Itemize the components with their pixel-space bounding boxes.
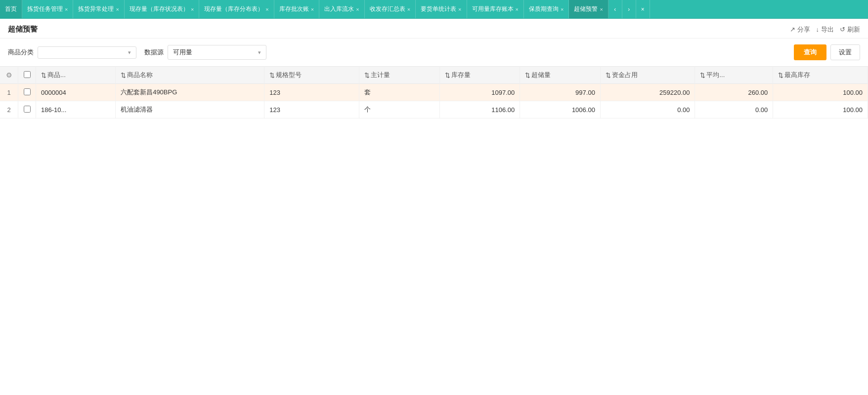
row-spec-0: 123: [264, 84, 359, 101]
gear-icon[interactable]: ⚙: [5, 71, 13, 79]
export-icon: ↓: [816, 26, 820, 33]
th-product-code-label: 商品...: [47, 71, 66, 79]
sort-spec-icon: ⇅: [269, 72, 275, 79]
row-spec-1: 123: [264, 101, 359, 118]
nav-exception-close[interactable]: ×: [116, 6, 119, 12]
table-row[interactable]: 2 186-10... 机油滤清器 123 个 1106.00 1006.00 …: [0, 101, 868, 118]
nav-overstock-close[interactable]: ×: [600, 6, 603, 12]
row-unit-1: 个: [359, 101, 439, 118]
query-button[interactable]: 查询: [794, 44, 826, 60]
th-overflow[interactable]: ⇅ 超储量: [520, 67, 601, 84]
nav-item-batch[interactable]: 库存批次账 ×: [274, 0, 319, 18]
page-title: 超储预警: [8, 25, 38, 34]
nav-prev-arrow[interactable]: ‹: [608, 0, 622, 18]
datasource-filter: 数据源 可用量 ▾: [144, 45, 266, 60]
nav-expiry-close[interactable]: ×: [561, 6, 564, 12]
nav-item-stock-dist[interactable]: 现存量（库存分布表） ×: [199, 0, 274, 18]
nav-expiry-label: 保质期查询: [529, 5, 559, 13]
th-avg-label: 平均...: [706, 71, 725, 79]
sort-avg-icon: ⇅: [700, 72, 705, 79]
category-select[interactable]: ▾: [38, 46, 136, 59]
th-avg[interactable]: ⇅ 平均...: [695, 67, 773, 84]
nav-next-arrow[interactable]: ›: [622, 0, 636, 18]
nav-stock-status-close[interactable]: ×: [191, 6, 194, 12]
page-content: 超储预警 ↗ 分享 ↓ 导出 ↺ 刷新 商品分类 ▾ 数据源: [0, 19, 868, 395]
nav-task-close[interactable]: ×: [65, 6, 68, 12]
th-spec[interactable]: ⇅ 规格型号: [264, 67, 359, 84]
th-capital[interactable]: ⇅ 资金占用: [600, 67, 695, 84]
header-actions: ↗ 分享 ↓ 导出 ↺ 刷新: [790, 25, 861, 34]
nav-task-label: 拣货任务管理: [27, 5, 63, 13]
share-label: 分享: [797, 25, 810, 34]
th-gear[interactable]: ⚙: [0, 67, 18, 84]
refresh-button[interactable]: ↺ 刷新: [840, 25, 860, 34]
settings-button[interactable]: 设置: [830, 44, 860, 60]
row-product-name-0: 六配套新昌490BPG: [116, 84, 264, 101]
nav-stock-dist-label: 现存量（库存分布表）: [204, 5, 263, 13]
category-label: 商品分类: [8, 48, 34, 57]
row-product-code-0: 0000004: [36, 84, 116, 101]
nav-item-task[interactable]: 拣货任务管理 ×: [22, 0, 73, 18]
th-product-code[interactable]: ⇅ 商品...: [36, 67, 116, 84]
nav-order-stat-label: 要货单统计表: [421, 5, 456, 13]
row-max-stock-0: 100.00: [773, 84, 868, 101]
nav-order-stat-close[interactable]: ×: [458, 6, 461, 12]
nav-item-available[interactable]: 可用量库存账本 ×: [467, 0, 524, 18]
nav-item-exception[interactable]: 拣货异常处理 ×: [73, 0, 124, 18]
select-all-checkbox[interactable]: [24, 71, 31, 78]
datasource-label: 数据源: [144, 48, 164, 57]
th-checkbox[interactable]: [18, 67, 36, 84]
datasource-value: 可用量: [173, 48, 192, 57]
datasource-select[interactable]: 可用量 ▾: [168, 45, 266, 60]
nav-item-order-stat[interactable]: 要货单统计表 ×: [416, 0, 467, 18]
sort-unit-icon: ⇅: [364, 72, 370, 79]
nav-item-summary[interactable]: 收发存汇总表 ×: [365, 0, 416, 18]
sort-stock-icon: ⇅: [445, 72, 450, 79]
nav-exception-label: 拣货异常处理: [78, 5, 114, 13]
row-max-stock-1: 100.00: [773, 101, 868, 118]
row-avg-1: 0.00: [695, 101, 773, 118]
row-num-1: 2: [0, 101, 18, 118]
th-max-stock-label: 最高库存: [784, 71, 810, 79]
nav-available-label: 可用量库存账本: [472, 5, 514, 13]
sort-product-code-icon: ⇅: [41, 72, 46, 79]
table-row[interactable]: 1 0000004 六配套新昌490BPG 123 套 1097.00 997.…: [0, 84, 868, 101]
row-select-checkbox-0[interactable]: [24, 88, 31, 95]
nav-available-close[interactable]: ×: [516, 6, 519, 12]
table-header-row: ⚙ ⇅ 商品... ⇅ 商品名称: [0, 67, 868, 84]
filter-actions: 查询 设置: [794, 44, 860, 60]
table-body: 1 0000004 六配套新昌490BPG 123 套 1097.00 997.…: [0, 84, 868, 118]
th-capital-label: 资金占用: [612, 71, 638, 79]
export-button[interactable]: ↓ 导出: [816, 25, 834, 34]
th-stock[interactable]: ⇅ 库存量: [439, 67, 520, 84]
nav-overstock-label: 超储预警: [574, 5, 598, 13]
nav-flow-close[interactable]: ×: [356, 6, 359, 12]
row-product-code-1: 186-10...: [36, 101, 116, 118]
nav-summary-close[interactable]: ×: [407, 6, 410, 12]
row-num-0: 1: [0, 84, 18, 101]
th-unit[interactable]: ⇅ 主计量: [359, 67, 439, 84]
share-icon: ↗: [790, 26, 795, 33]
nav-item-overstock[interactable]: 超储预警 ×: [569, 0, 608, 18]
nav-item-stock-status[interactable]: 现存量（库存状况表） ×: [125, 0, 199, 18]
sort-overflow-icon: ⇅: [525, 72, 530, 79]
share-button[interactable]: ↗ 分享: [790, 25, 810, 34]
nav-close-arrow[interactable]: ×: [636, 0, 650, 18]
th-product-name[interactable]: ⇅ 商品名称: [116, 67, 264, 84]
th-stock-label: 库存量: [451, 71, 471, 79]
row-checkbox-1[interactable]: [18, 101, 36, 118]
row-select-checkbox-1[interactable]: [24, 106, 31, 113]
row-product-name-1: 机油滤清器: [116, 101, 264, 118]
nav-item-flow[interactable]: 出入库流水 ×: [319, 0, 364, 18]
nav-stock-status-label: 现存量（库存状况表）: [130, 5, 189, 13]
nav-stock-dist-close[interactable]: ×: [265, 6, 268, 12]
th-product-name-label: 商品名称: [127, 71, 153, 79]
row-checkbox-0[interactable]: [18, 84, 36, 101]
nav-item-home[interactable]: 首页: [0, 0, 22, 18]
data-table-wrap: ⚙ ⇅ 商品... ⇅ 商品名称: [0, 66, 868, 118]
filter-bar: 商品分类 ▾ 数据源 可用量 ▾ 查询 设置: [0, 39, 868, 66]
th-max-stock[interactable]: ⇅ 最高库存: [773, 67, 868, 84]
nav-batch-close[interactable]: ×: [311, 6, 314, 12]
nav-home-label: 首页: [5, 5, 17, 13]
nav-item-expiry[interactable]: 保质期查询 ×: [524, 0, 569, 18]
